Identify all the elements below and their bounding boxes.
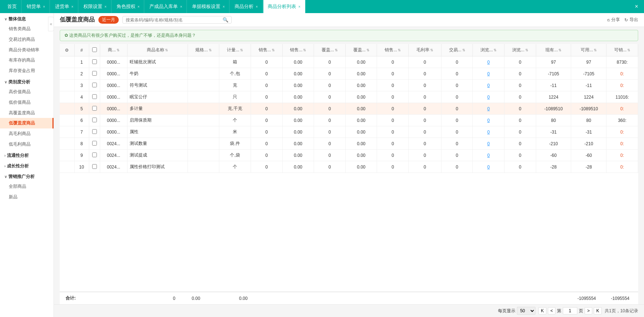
gross-rate-column-header[interactable]: 毛利率⇅ [409, 44, 441, 56]
sellable-column-header[interactable]: 可销...⇅ [606, 44, 638, 56]
cov2-column-header[interactable]: 覆盖...⇅ [345, 44, 377, 56]
sidebar-section-overall[interactable]: ∨ 整体信息 [0, 13, 54, 24]
row-checkbox-cell[interactable] [89, 150, 100, 161]
row-checkbox-cell[interactable] [89, 103, 100, 115]
row-checkbox-cell[interactable] [89, 115, 100, 126]
row-browse1-cell[interactable]: 0 [473, 56, 504, 68]
sidebar-item-low-value[interactable]: 低价值商品 [0, 97, 54, 108]
row-checkbox-cell[interactable] [89, 56, 100, 68]
close-icon[interactable]: × [138, 5, 140, 9]
next-page-button[interactable]: > [585, 307, 592, 314]
sidebar-item-inventory-capital[interactable]: 库存资金占用 [0, 66, 54, 76]
row-checkbox[interactable] [92, 59, 97, 64]
sidebar-section-marketing[interactable]: ∨ 营销推广分析 [0, 171, 54, 181]
row-sales-qty-cell: 0 [251, 150, 282, 161]
row-checkbox-cell[interactable] [89, 126, 100, 138]
settings-column-header[interactable]: ⚙ [60, 44, 74, 56]
cov1-column-header[interactable]: 覆盖...⇅ [314, 44, 346, 56]
code-column-header[interactable]: 商...⇅ [100, 44, 127, 56]
close-icon[interactable]: × [43, 5, 45, 9]
row-checkbox[interactable] [92, 141, 97, 146]
sidebar-item-stock-goods[interactable]: 有库存的商品 [0, 55, 54, 66]
close-all-tabs-button[interactable]: × [632, 3, 641, 10]
available-column-header[interactable]: 可用...⇅ [571, 44, 606, 56]
unit-column-header[interactable]: 计量...⇅ [219, 44, 251, 56]
close-icon[interactable]: × [298, 5, 301, 9]
row-checkbox-cell[interactable] [89, 91, 100, 103]
sidebar-item-high-profit[interactable]: 高毛利商品 [0, 128, 54, 139]
close-icon[interactable]: × [256, 5, 258, 9]
row-checkbox-cell[interactable] [89, 68, 100, 80]
close-icon[interactable]: × [223, 5, 225, 9]
nav-tab-analysis-list[interactable]: 商品分析列表 × [263, 0, 305, 13]
nav-tab-product-storage[interactable]: 产成品入库单 × [145, 0, 187, 13]
row-browse1-cell[interactable]: 0 [473, 103, 504, 115]
close-icon[interactable]: × [180, 5, 182, 9]
nav-tab-analysis[interactable]: 商品分析 × [230, 0, 263, 13]
row-browse1-cell[interactable]: 0 [473, 138, 504, 150]
nav-tab-permission[interactable]: 权限设置 × [79, 0, 111, 13]
first-page-button[interactable]: K [538, 307, 546, 314]
last-page-button[interactable]: K [594, 307, 602, 314]
sidebar-item-traded-goods[interactable]: 交易过的商品 [0, 34, 54, 45]
row-checkbox[interactable] [92, 83, 97, 87]
row-checkbox[interactable] [92, 118, 97, 122]
row-checkbox-cell[interactable] [89, 80, 100, 91]
sidebar-section-liquidity[interactable]: › 流通性分析 [0, 150, 54, 160]
row-checkbox-cell[interactable] [89, 161, 100, 173]
nav-tab-sales[interactable]: 销货单 × [22, 0, 50, 13]
row-browse1-cell[interactable]: 0 [473, 161, 504, 173]
page-size-dropdown[interactable]: 50 100 200 [517, 307, 535, 315]
current-stock-column-header[interactable]: 现有...⇅ [536, 44, 571, 56]
sidebar-item-sales-goods[interactable]: 销售类商品 [0, 24, 54, 34]
close-icon[interactable]: × [105, 5, 107, 9]
row-spec-cell [188, 56, 219, 68]
row-checkbox[interactable] [92, 152, 97, 157]
close-icon[interactable]: × [71, 5, 74, 9]
sidebar-item-high-value[interactable]: 高价值商品 [0, 87, 54, 97]
sales3-column-header[interactable]: 销售...⇅ [377, 44, 409, 56]
select-all-checkbox[interactable] [92, 47, 97, 52]
sidebar-item-category-rate[interactable]: 商品分类动销率 [0, 45, 54, 55]
browse2-column-header[interactable]: 浏览...⇅ [504, 44, 536, 56]
row-browse1-cell[interactable]: 0 [473, 68, 504, 80]
row-browse1-cell[interactable]: 0 [473, 80, 504, 91]
export-button[interactable]: ↻ 导出 [624, 17, 638, 23]
sales-amt-column-header[interactable]: 销售...⇅ [282, 44, 314, 56]
nav-tab-home[interactable]: 首页 [3, 0, 21, 13]
row-browse1-cell[interactable]: 0 [473, 91, 504, 103]
row-checkbox-cell[interactable] [89, 138, 100, 150]
spec-column-header[interactable]: 规格...⇅ [188, 44, 219, 56]
row-browse1-cell[interactable]: 0 [473, 126, 504, 138]
row-checkbox[interactable] [92, 94, 97, 99]
sales-qty-column-header[interactable]: 销售...⇅ [251, 44, 282, 56]
sidebar-item-low-profit[interactable]: 低毛利商品 [0, 139, 54, 150]
search-icon[interactable]: 🔍 [223, 17, 228, 23]
trade-column-header[interactable]: 交易...⇅ [441, 44, 473, 56]
sidebar-item-high-coverage[interactable]: 高覆盖度商品 [0, 108, 54, 118]
nav-tab-purchase[interactable]: 进货单 × [51, 0, 78, 13]
sidebar-item-low-coverage[interactable]: 低覆盖度商品 [0, 118, 54, 128]
sidebar-section-growth[interactable]: › 成长性分析 [0, 160, 54, 171]
data-table-wrapper[interactable]: ⚙ # 商...⇅ 商品名称⇅ 规格...⇅ 计量...⇅ 销售...⇅ 销售.… [60, 44, 638, 292]
sidebar-item-new-goods[interactable]: 新品 [0, 192, 54, 202]
row-checkbox[interactable] [92, 106, 97, 111]
nav-tab-template[interactable]: 单据模板设置 × [188, 0, 229, 13]
sidebar-item-all-goods[interactable]: 全部商品 [0, 181, 54, 192]
sidebar-collapse-button[interactable]: « [48, 17, 54, 31]
sidebar-section-category[interactable]: ∨ 类别度分析 [0, 76, 54, 87]
prev-page-button[interactable]: < [548, 307, 555, 314]
nav-tab-role[interactable]: 角色授权 × [112, 0, 145, 13]
row-checkbox[interactable] [92, 164, 97, 169]
row-browse1-cell[interactable]: 0 [473, 150, 504, 161]
row-checkbox[interactable] [92, 71, 97, 76]
name-column-header[interactable]: 商品名称⇅ [127, 44, 188, 56]
search-input[interactable] [126, 17, 221, 23]
share-button[interactable]: ⎋ 分享 [607, 17, 620, 23]
row-checkbox[interactable] [92, 129, 97, 134]
time-filter-button[interactable]: 近一月 [98, 16, 119, 24]
checkbox-column-header[interactable] [89, 44, 100, 56]
row-browse1-cell[interactable]: 0 [473, 115, 504, 126]
browse1-column-header[interactable]: 浏览...⇅ [473, 44, 504, 56]
page-number-input[interactable] [563, 307, 577, 314]
